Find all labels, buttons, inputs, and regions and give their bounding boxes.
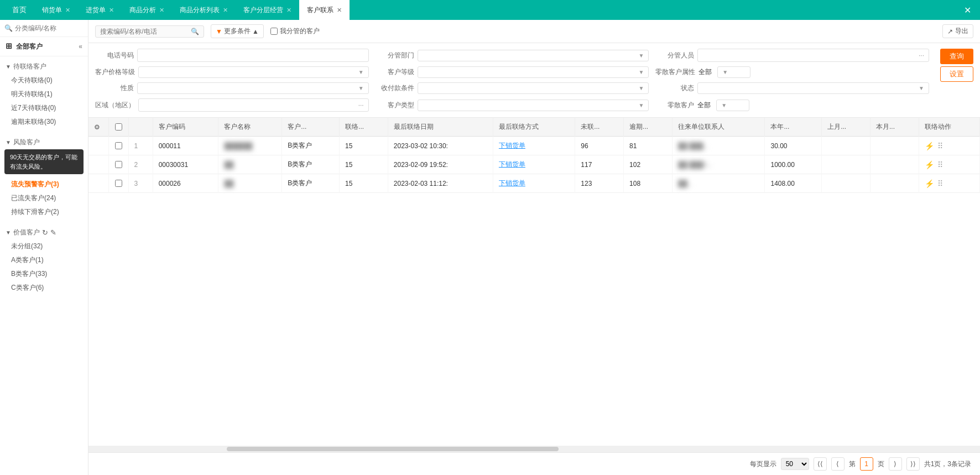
- close-icon[interactable]: ✕: [286, 7, 291, 14]
- td-code: 000026: [153, 174, 218, 193]
- nav-tab-product-analysis[interactable]: 商品分析 ✕: [122, 0, 172, 20]
- filter-input-phone[interactable]: [137, 49, 369, 62]
- sidebar-item-overdue-pending[interactable]: 逾期未联络(30): [0, 115, 88, 129]
- action-link-icon[interactable]: ⚡: [925, 160, 934, 169]
- filter-row-1: 电话号码 分管部门 ▼ 分管人员: [95, 49, 936, 62]
- filter-select-region[interactable]: ···: [138, 98, 369, 112]
- td-overdue: 102: [624, 155, 673, 174]
- close-icon[interactable]: ✕: [337, 7, 342, 14]
- td-unit-contact: ██ ███...: [672, 137, 765, 155]
- filter-select-retail-attr[interactable]: ▼: [717, 66, 750, 78]
- td-last-contact-method[interactable]: 下销货单: [493, 155, 575, 174]
- sidebar-item-class-a[interactable]: A类客户(1): [0, 253, 88, 267]
- sidebar-item-already-churned[interactable]: 已流失客户(24): [0, 191, 88, 205]
- sidebar-item-today-pending[interactable]: 今天待联络(0): [0, 74, 88, 87]
- select-all-checkbox[interactable]: [115, 123, 122, 131]
- filter-select-dept[interactable]: ▼: [418, 50, 649, 61]
- action-grid-icon[interactable]: ⠿: [937, 142, 943, 150]
- nav-home[interactable]: 首页: [4, 0, 34, 20]
- filter-search-box: 🔍: [95, 25, 204, 38]
- close-icon[interactable]: ✕: [159, 7, 164, 14]
- sidebar-section-risk-header[interactable]: ▼ 风险客户: [0, 135, 88, 149]
- filter-label-price-level: 客户价格等级: [95, 67, 135, 77]
- dots-icon[interactable]: ···: [358, 101, 364, 109]
- action-grid-icon[interactable]: ⠿: [937, 160, 943, 169]
- td-name: ██: [218, 155, 282, 174]
- sidebar-item-ungroup[interactable]: 未分组(32): [0, 239, 88, 253]
- nav-tab-customer-contact[interactable]: 客户联系 ✕: [299, 0, 350, 20]
- sidebar-item-declining[interactable]: 持续下滑客户(2): [0, 205, 88, 219]
- filter-select-status[interactable]: ▼: [697, 82, 929, 94]
- horizontal-scrollbar[interactable]: [88, 446, 980, 452]
- action-link-icon[interactable]: ⚡: [925, 179, 934, 188]
- sidebar-item-class-c[interactable]: C类客户(6): [0, 281, 88, 295]
- action-link-icon[interactable]: ⚡: [925, 142, 934, 150]
- th-settings[interactable]: ⚙: [88, 118, 108, 137]
- td-settings: [88, 174, 108, 193]
- collapse-sidebar-icon[interactable]: «: [79, 43, 82, 50]
- nav-tab-customer-segmentation[interactable]: 客户分层经营 ✕: [236, 0, 299, 20]
- prev-page-btn[interactable]: ⟨: [831, 457, 845, 471]
- th-overdue: 逾期...: [624, 118, 673, 137]
- filter-search-input[interactable]: [100, 28, 189, 35]
- close-icon[interactable]: ✕: [223, 7, 228, 14]
- my-customers-checkbox[interactable]: 我分管的客户: [270, 27, 320, 36]
- query-button[interactable]: 查询: [940, 49, 973, 64]
- edit-icon[interactable]: ✎: [50, 228, 56, 237]
- filter-select-customer-type[interactable]: ▼: [418, 100, 649, 111]
- per-page-select[interactable]: 50 100 200: [781, 458, 809, 470]
- first-page-btn[interactable]: ⟨⟨: [814, 457, 827, 471]
- td-last-contact-method[interactable]: 下销货单: [493, 137, 575, 155]
- filter-label-nature: 性质: [95, 83, 134, 93]
- next-page-btn[interactable]: ⟩: [889, 457, 902, 471]
- td-last-contact-method[interactable]: 下销货单: [493, 174, 575, 193]
- td-this-month: [870, 137, 919, 155]
- sidebar-section-pending-header[interactable]: ▼ 待联络客户: [0, 60, 88, 74]
- scrollbar-thumb[interactable]: [227, 447, 559, 451]
- last-page-btn[interactable]: ⟩⟩: [906, 457, 920, 471]
- close-icon[interactable]: ✕: [109, 7, 114, 14]
- row-checkbox[interactable]: [115, 180, 122, 187]
- dots-icon[interactable]: ···: [919, 51, 924, 59]
- arrow-icon: ▼: [6, 139, 11, 145]
- table-body: 1 000011 ██████ B类客户 15 2023-03-02 10:30…: [88, 137, 980, 193]
- nav-tab-product-analysis-list[interactable]: 商品分析列表 ✕: [172, 0, 236, 20]
- td-last-contact-date: 2023-02-09 19:52:: [388, 155, 493, 174]
- filter-select-payment[interactable]: ▼: [418, 82, 649, 94]
- td-num: 3: [128, 174, 153, 193]
- filter-search-icon[interactable]: 🔍: [191, 28, 199, 35]
- filter-select-manager[interactable]: ···: [697, 49, 929, 62]
- action-grid-icon[interactable]: ⠿: [937, 179, 943, 188]
- sidebar-item-tomorrow-pending[interactable]: 明天待联络(1): [0, 87, 88, 101]
- filter-select-customer-level[interactable]: ▼: [418, 66, 649, 78]
- filter-cell-manager: 分管人员 ···: [655, 49, 936, 62]
- sidebar-search-input[interactable]: [15, 24, 88, 32]
- more-conditions-btn[interactable]: ▼ 更多条件 ▲: [211, 24, 264, 38]
- customer-table-container: ⚙ 客户编码 客户名称: [88, 118, 980, 446]
- filter-label-retail: 零散客户: [655, 101, 694, 110]
- filter-cell-retail: 零散客户 全部 ▼: [655, 100, 936, 111]
- settings-button[interactable]: 设置: [940, 66, 973, 82]
- row-checkbox[interactable]: [115, 142, 122, 149]
- sidebar-item-churn-warning[interactable]: 流失预警客户(3): [0, 178, 88, 191]
- sidebar-all-customers[interactable]: ⊞ 全部客户 «: [0, 37, 88, 56]
- filter-icon: ▼: [216, 28, 222, 35]
- nav-tab-purchaseorder[interactable]: 进货单 ✕: [78, 0, 122, 20]
- sidebar-search-icon: 🔍: [4, 24, 13, 32]
- sidebar-item-7days-pending[interactable]: 近7天待联络(0): [0, 101, 88, 115]
- my-customers-check[interactable]: [270, 28, 278, 35]
- refresh-icon[interactable]: ↻: [42, 228, 48, 237]
- sidebar-item-class-b[interactable]: B类客户(33): [0, 267, 88, 281]
- close-icon[interactable]: ✕: [65, 7, 70, 14]
- filter-select-nature[interactable]: ▼: [137, 82, 369, 94]
- filter-label-customer-level: 客户等级: [376, 67, 414, 77]
- window-close-button[interactable]: ✕: [959, 2, 976, 18]
- filter-select-retail[interactable]: ▼: [716, 100, 749, 111]
- row-checkbox[interactable]: [115, 161, 122, 168]
- nav-tab-salesorder[interactable]: 销货单 ✕: [34, 0, 78, 20]
- sidebar-section-value-header[interactable]: ▼ 价值客户 ↻ ✎: [0, 226, 88, 239]
- td-checkbox: [108, 174, 128, 193]
- filter-select-price-level[interactable]: ▼: [138, 66, 369, 78]
- export-button[interactable]: ↗ 导出: [942, 24, 973, 38]
- chevron-down-icon: ▼: [722, 69, 728, 75]
